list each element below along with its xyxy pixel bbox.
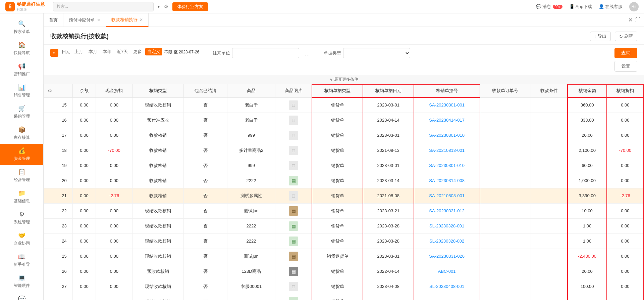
table-wrapper: ⚙ 余额 现金折扣 核销类型 包含已结清 商品 商品图片 核销单据类型 核销单据… (44, 84, 644, 300)
td-write-off-no[interactable]: SA-20230331-026 (414, 249, 480, 264)
sidebar-item-nav[interactable]: 🏠 快捷导航 (0, 38, 43, 59)
td-write-off-amount: -2,430.00 (568, 249, 606, 264)
online-service-btn[interactable]: 👤 在线客服 (599, 4, 623, 10)
expand-more-bar[interactable]: ∨ 展开更多条件 (44, 75, 644, 84)
td-seq: 16 (56, 113, 73, 128)
sidebar-item-finance[interactable]: 💰 资金管理 (0, 144, 43, 165)
td-write-off-date: 2023-03-28 (363, 233, 414, 249)
filter-this-month-btn[interactable]: 本月 (87, 48, 99, 55)
td-product-image: □ (275, 188, 312, 203)
sidebar-item-collab[interactable]: 🤝 企业协同 (0, 228, 43, 250)
td-write-off-no[interactable]: SL-20230408-001 (414, 279, 480, 294)
tab-home[interactable]: 首页 (44, 13, 63, 27)
td-balance: 0.00 (73, 97, 96, 113)
settings-gear-icon[interactable]: ⚙ (164, 3, 168, 10)
tab-prepay[interactable]: 预付冲应付单 ✕ (63, 13, 106, 27)
filter-this-year-btn[interactable]: 本年 (101, 48, 113, 55)
filter-last-month-btn[interactable]: 上月 (72, 48, 85, 55)
td-write-off-no[interactable]: SA-20230414-017 (414, 113, 480, 128)
td-write-off-amount: 2,100.00 (568, 143, 606, 158)
filter-party-label: 往来单位 (213, 50, 230, 56)
td-product-image: □ (275, 113, 312, 128)
write-off-no-link[interactable]: SA-20230314-008 (429, 178, 465, 183)
th-write-off-discount: 核销折扣 (607, 84, 644, 98)
td-write-off-no[interactable]: SA-20210808-001 (414, 188, 480, 203)
product-img-icon: ▦ (289, 237, 298, 246)
export-button[interactable]: ↑ 导出 (590, 32, 611, 41)
td-write-off-no[interactable]: ABC-001 (414, 264, 480, 279)
td-write-off-no[interactable]: SL-20230418-001 (414, 294, 480, 300)
filter-doctype-select[interactable] (343, 48, 410, 58)
td-write-off-no[interactable]: SA-20230314-008 (414, 173, 480, 188)
th-gear[interactable]: ⚙ (44, 84, 56, 98)
sidebar-item-system[interactable]: ⚙ 系统管理 (0, 207, 43, 228)
td-write-off-type: 现结收款核销 (132, 294, 183, 300)
sidebar-item-inventory[interactable]: 📦 库存核算 (0, 123, 43, 144)
inventory-icon: 📦 (18, 126, 25, 133)
global-search[interactable]: 搜索... (53, 2, 154, 11)
refresh-button[interactable]: ↻ 刷新 (615, 32, 637, 41)
td-write-off-no[interactable]: SL-20230328-001 (414, 218, 480, 233)
write-off-no-link[interactable]: SL-20230408-001 (429, 284, 464, 289)
td-cash-discount: 0.00 (96, 279, 132, 294)
filter-expand-button[interactable]: » (50, 49, 58, 57)
user-account[interactable]: Rit (629, 2, 639, 11)
filter-query-button[interactable]: 查询 (614, 48, 637, 58)
write-off-no-link[interactable]: ABC-001 (438, 269, 456, 274)
tab-prepay-close-icon[interactable]: ✕ (97, 18, 100, 23)
write-off-no-link[interactable]: SA-20210808-001 (429, 193, 465, 198)
sidebar-item-wechat[interactable]: 💬 企业微信 (0, 292, 43, 300)
table-row: 220.000.00现结收款核销否测试jun▦销货单2023-03-21SA-2… (44, 203, 644, 218)
sidebar-item-base[interactable]: 📁 基础信息 (0, 186, 43, 207)
td-seq: 21 (56, 188, 73, 203)
sidebar-item-search[interactable]: 🔍 搜索菜单 (0, 17, 43, 38)
filter-custom-btn[interactable]: 自定义 (145, 48, 162, 55)
sidebar-item-purchase[interactable]: 🛒 采购管理 (0, 101, 43, 123)
write-off-no-link[interactable]: SA-20210813-001 (429, 148, 465, 153)
tab-writeoff[interactable]: 收款核销执行 ✕ (106, 13, 149, 27)
td-write-off-date: 2023-03-21 (363, 203, 414, 218)
write-off-no-link[interactable]: SA-20230301-010 (429, 133, 465, 138)
td-write-off-no[interactable]: SL-20230328-002 (414, 233, 480, 249)
write-off-no-link[interactable]: SL-20230328-001 (429, 223, 464, 228)
sidebar-item-marketing[interactable]: 📢 营销推广 (0, 59, 43, 80)
industry-plan-button[interactable]: 体验行业方案 (172, 2, 208, 11)
write-off-no-link[interactable]: SA-20230414-017 (429, 118, 465, 123)
sales-icon: 📊 (18, 84, 25, 91)
sidebar-item-guide[interactable]: 📖 新手引导 (0, 250, 43, 271)
main-content: 首页 预付冲应付单 ✕ 收款核销执行 ✕ ✕ ⛶ 收款核销执行(按收款) (44, 13, 644, 300)
dropdown-arrow[interactable]: ▾ (158, 4, 160, 9)
td-write-off-doc-type: 销货单 (312, 279, 363, 294)
write-off-no-link[interactable]: SL-20230328-002 (429, 239, 464, 244)
td-write-off-no[interactable]: SA-20230301-010 (414, 128, 480, 143)
write-off-no-link[interactable]: SA-20230301-010 (429, 163, 465, 168)
td-write-off-no[interactable]: SA-20230301-010 (414, 158, 480, 173)
td-receipt-condition (531, 173, 568, 188)
td-write-off-amount: 100.00 (568, 279, 606, 294)
maximize-icon[interactable]: ⛶ (635, 17, 641, 23)
tab-writeoff-close-icon[interactable]: ✕ (140, 17, 143, 22)
td-write-off-no[interactable]: SA-20230321-012 (414, 203, 480, 218)
sidebar-item-operations[interactable]: 📋 经营管理 (0, 165, 43, 186)
product-img-icon: □ (289, 161, 298, 170)
td-write-off-no[interactable]: SA-20230301-001 (414, 97, 480, 113)
td-balance: 0.00 (73, 294, 96, 300)
app-download-btn[interactable]: 📱 App下载 (569, 4, 592, 10)
filter-setting-button[interactable]: 设置 (614, 61, 637, 72)
message-icon-btn[interactable]: 💬 消息 99+ (536, 4, 562, 10)
td-write-off-discount: 0.00 (607, 97, 644, 113)
write-off-no-link[interactable]: SA-20230301-001 (429, 102, 465, 108)
td-write-off-type: 现结收款核销 (132, 97, 183, 113)
td-receipt-condition (531, 218, 568, 233)
td-gear (44, 97, 56, 113)
td-write-off-no[interactable]: SA-20210813-001 (414, 143, 480, 158)
sidebar-item-hardware[interactable]: 💻 智能硬件 (0, 271, 43, 292)
filter-more-btn[interactable]: 更多 (131, 48, 144, 55)
filter-7days-btn[interactable]: 近7天 (115, 48, 130, 55)
write-off-no-link[interactable]: SA-20230321-012 (429, 208, 465, 213)
close-window-icon[interactable]: ✕ (628, 17, 633, 23)
tab-bar-actions: ✕ ⛶ (625, 17, 644, 23)
sidebar-item-sales[interactable]: 📊 销售管理 (0, 80, 43, 101)
write-off-no-link[interactable]: SA-20230331-026 (429, 254, 465, 259)
filter-party-input[interactable] (232, 48, 299, 58)
